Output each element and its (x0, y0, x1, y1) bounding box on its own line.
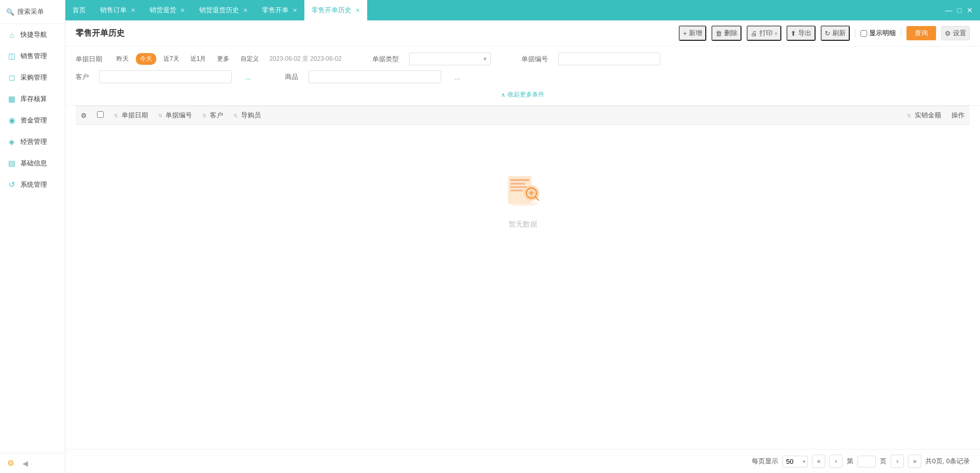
select-all-checkbox[interactable] (97, 111, 104, 118)
tab-retail-history[interactable]: 零售开单历史 ✕ (304, 0, 367, 20)
th-date: ⇅ 单据日期 (109, 106, 153, 125)
doc-no-input[interactable] (558, 53, 660, 65)
sort-salesperson-icon[interactable]: ⇅ (233, 113, 237, 118)
prev-page-btn[interactable]: ‹ (829, 455, 843, 468)
delete-button[interactable]: 🗑 删除 (711, 26, 742, 41)
search-icon: 🔍 (6, 8, 14, 16)
collapse-icon: ∧ (501, 91, 506, 98)
sidebar-item-sales-mgmt[interactable]: ◫ 销售管理 (0, 45, 65, 67)
collapse-button[interactable]: ∧ 收起更多条件 (501, 90, 544, 99)
tab-sales-return[interactable]: 销货退货 ✕ (142, 0, 192, 20)
print-arrow: ▾ (775, 31, 777, 36)
settings-bottom-icon[interactable]: ⚙ (7, 458, 14, 468)
th-settings: ⚙ (76, 106, 92, 125)
doc-type-select[interactable] (409, 53, 491, 65)
sidebar-item-finance[interactable]: ◉ 资金管理 (0, 110, 65, 131)
sidebar-item-label: 资金管理 (20, 116, 47, 125)
current-page-input[interactable]: 1 (857, 456, 876, 467)
refresh-label: 刷新 (832, 29, 846, 38)
tab-sales-return-close[interactable]: ✕ (180, 7, 185, 14)
sidebar-search[interactable]: 🔍 搜索采单 (0, 0, 65, 24)
date-btn-7days[interactable]: 近7天 (159, 53, 183, 65)
page-size-select[interactable]: 10 20 50 100 (782, 456, 808, 467)
tab-sales-order[interactable]: 销售订单 ✕ (93, 0, 142, 20)
sidebar-item-purchase-mgmt[interactable]: ◻ 采购管理 (0, 67, 65, 88)
last-page-btn[interactable]: » (908, 455, 921, 468)
th-amount: ⇅ 实销金额 (902, 106, 946, 125)
sidebar-item-system[interactable]: ↺ 系统管理 (0, 174, 65, 195)
window-maximize-btn[interactable]: □ (958, 6, 962, 14)
th-salesperson: ⇅ 导购员 (228, 106, 266, 125)
tab-retail-open[interactable]: 零售开单 ✕ (255, 0, 304, 20)
sort-customer-icon[interactable]: ⇅ (202, 113, 206, 118)
tab-retail-history-close[interactable]: ✕ (355, 7, 360, 14)
table-header-row: ⚙ ⇅ 单据日期 ⇅ 单据编号 (76, 106, 970, 125)
sidebar-item-basic-info[interactable]: ▤ 基础信息 (0, 153, 65, 174)
sidebar: 🔍 搜索采单 ⌂ 快捷导航 ◫ 销售管理 ◻ 采购管理 ▦ 库存核算 ◉ 资金管… (0, 0, 65, 473)
collapse-sidebar-icon[interactable]: ◀ (22, 459, 28, 467)
product-input[interactable] (308, 70, 441, 83)
sidebar-item-label: 经营管理 (20, 137, 47, 146)
sidebar-item-inventory[interactable]: ▦ 库存核算 (0, 88, 65, 110)
sidebar-item-label: 销售管理 (20, 52, 47, 61)
customer-dots[interactable]: ... (242, 72, 254, 82)
refresh-button[interactable]: ↻ 刷新 (821, 26, 850, 41)
page-size-label: 每页显示 (752, 457, 778, 466)
customer-input[interactable] (99, 70, 232, 83)
product-dots[interactable]: ... (451, 72, 464, 82)
sidebar-item-label: 系统管理 (20, 180, 47, 189)
window-minimize-btn[interactable]: — (945, 6, 952, 14)
home-icon: ⌂ (7, 31, 16, 39)
tab-sales-order-close[interactable]: ✕ (131, 7, 135, 14)
tab-sales-return-history[interactable]: 销货退货历史 ✕ (192, 0, 255, 20)
tab-sales-return-history-label: 销货退货历史 (199, 6, 239, 15)
export-button[interactable]: ⬆ 导出 (786, 26, 816, 41)
sort-docno-icon[interactable]: ⇅ (158, 113, 162, 118)
settings-button[interactable]: ⚙ 设置 (941, 26, 970, 40)
tab-bar: 首页 销售订单 ✕ 销货退货 ✕ 销货退货历史 ✕ 零售开单 ✕ 零售开单历史 … (65, 0, 980, 20)
first-page-btn[interactable]: « (812, 455, 825, 468)
date-btn-more[interactable]: 更多 (213, 53, 233, 65)
tab-retail-open-label: 零售开单 (262, 6, 289, 15)
window-close-btn[interactable]: ✕ (967, 6, 973, 14)
export-icon: ⬆ (791, 30, 796, 37)
tab-retail-open-close[interactable]: ✕ (293, 7, 297, 14)
next-page-btn[interactable]: › (891, 455, 904, 468)
sidebar-item-quick-nav[interactable]: ⌂ 快捷导航 (0, 24, 65, 45)
empty-text: 暂无数据 (509, 220, 537, 229)
sort-date-icon[interactable]: ⇅ (114, 113, 118, 118)
th-doc-no: ⇅ 单据编号 (153, 106, 198, 125)
settings-icon: ⚙ (945, 30, 951, 37)
tab-sales-return-label: 销货退货 (150, 6, 176, 15)
product-label: 商品 (285, 72, 298, 82)
display-detail-checkbox[interactable] (861, 30, 867, 37)
main-area: 首页 销售订单 ✕ 销货退货 ✕ 销货退货历史 ✕ 零售开单 ✕ 零售开单历史 … (65, 0, 980, 473)
sales-icon: ◫ (7, 52, 16, 61)
page-title: 零售开单历史 (76, 28, 125, 39)
doc-no-label: 单据编号 (521, 55, 548, 64)
th-customer: ⇅ 客户 (197, 106, 228, 125)
add-label: 新增 (689, 29, 702, 38)
date-btn-custom[interactable]: 自定义 (236, 53, 263, 65)
date-btn-yesterday[interactable]: 昨天 (112, 53, 133, 65)
sidebar-item-operation[interactable]: ◈ 经营管理 (0, 131, 65, 153)
print-button[interactable]: 🖨 打印 ▾ (747, 26, 781, 41)
content-area: 零售开单历史 + 新增 🗑 删除 🖨 打印 ▾ ⬆ 导出 (65, 20, 980, 473)
purchase-icon: ◻ (7, 73, 16, 82)
query-button[interactable]: 查询 (906, 26, 936, 40)
filter-dates: 昨天 今天 近7天 近1月 更多 自定义 2023-06-02 至 2023-0… (112, 53, 342, 65)
toolbar-divider (855, 29, 855, 37)
date-btn-today[interactable]: 今天 (136, 53, 156, 65)
total-label: 共0页, 0条记录 (925, 457, 970, 466)
add-button[interactable]: + 新增 (679, 26, 706, 41)
th-doc-no-label: 单据编号 (165, 111, 192, 119)
tab-home[interactable]: 首页 (65, 0, 93, 20)
page-label: 页 (880, 457, 887, 466)
date-btn-1month[interactable]: 近1月 (186, 53, 210, 65)
sort-amount-icon[interactable]: ⇅ (907, 113, 911, 118)
tab-sales-return-history-close[interactable]: ✕ (243, 7, 248, 14)
settings-label: 设置 (953, 29, 966, 38)
column-settings-icon[interactable]: ⚙ (81, 112, 87, 119)
display-detail-toggle[interactable]: 显示明细 (861, 29, 896, 38)
sidebar-item-label: 采购管理 (20, 73, 47, 82)
